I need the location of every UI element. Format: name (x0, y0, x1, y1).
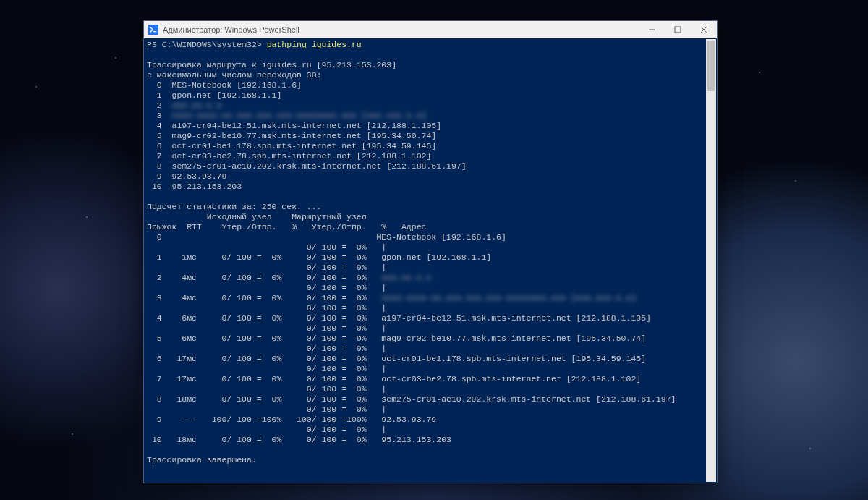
window-title: Администратор: Windows PowerShell (163, 25, 639, 34)
svg-rect-2 (675, 27, 681, 33)
titlebar[interactable]: Администратор: Windows PowerShell (144, 21, 717, 38)
powershell-icon (148, 25, 158, 35)
powershell-window: Администратор: Windows PowerShell PS C:\… (143, 20, 718, 483)
maximize-button[interactable] (665, 21, 691, 38)
close-button[interactable] (691, 21, 717, 38)
scrollbar-thumb[interactable] (707, 41, 715, 91)
minimize-button[interactable] (639, 21, 665, 38)
scrollbar[interactable] (706, 39, 716, 482)
terminal-output[interactable]: PS C:\WINDOWS\system32> pathping iguides… (144, 38, 717, 483)
